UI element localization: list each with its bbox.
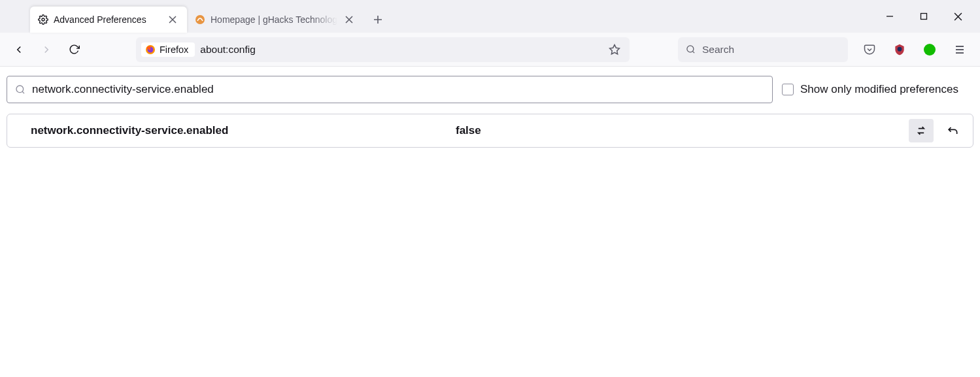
firefox-logo-icon [145, 44, 156, 55]
search-icon [686, 44, 696, 54]
bookmark-star-icon[interactable] [605, 44, 624, 56]
svg-marker-5 [610, 44, 620, 54]
reload-button[interactable] [61, 37, 86, 62]
pref-name: network.connectivity-service.enabled [31, 124, 456, 137]
search-icon [15, 84, 25, 95]
pref-value: false [456, 124, 909, 137]
extension-badge-icon[interactable] [888, 39, 911, 61]
svg-rect-2 [921, 14, 927, 20]
minimize-button[interactable] [881, 7, 899, 25]
pref-list: network.connectivity-service.enabled fal… [7, 114, 973, 148]
close-icon[interactable] [166, 13, 179, 26]
checkbox-label: Show only modified preferences [800, 83, 958, 96]
close-window-button[interactable] [949, 7, 967, 25]
about-config-content: Show only modified preferences network.c… [0, 67, 980, 157]
tab-advanced-preferences[interactable]: Advanced Preferences [30, 7, 187, 33]
identity-label: Firefox [160, 44, 188, 55]
profile-avatar-icon [924, 44, 936, 56]
url-text: about:config [200, 44, 600, 56]
pocket-button[interactable] [858, 39, 881, 61]
app-menu-button[interactable] [949, 39, 971, 61]
svg-point-7 [898, 46, 902, 51]
reset-button[interactable] [940, 119, 965, 142]
toggle-button[interactable] [909, 119, 934, 142]
new-tab-button[interactable] [367, 9, 388, 30]
pref-search-bar[interactable] [7, 76, 773, 103]
navigation-toolbar: Firefox about:config Search [0, 33, 980, 67]
profile-button[interactable] [919, 39, 941, 61]
search-placeholder: Search [702, 44, 734, 56]
back-button[interactable] [7, 37, 31, 62]
svg-point-6 [687, 46, 694, 52]
tab-title: Advanced Preferences [54, 14, 161, 25]
url-bar[interactable]: Firefox about:config [136, 37, 630, 62]
tab-bar: Advanced Preferences Homepage | gHacks T… [0, 0, 980, 33]
close-icon[interactable] [343, 13, 356, 26]
checkbox-icon[interactable] [782, 84, 794, 95]
tab-ghacks[interactable]: Homepage | gHacks Technolog [187, 7, 363, 33]
site-favicon-icon [195, 14, 205, 25]
tab-title: Homepage | gHacks Technolog [211, 14, 337, 25]
gear-icon [38, 14, 48, 25]
pref-row[interactable]: network.connectivity-service.enabled fal… [7, 114, 973, 147]
svg-point-0 [42, 18, 44, 21]
maximize-button[interactable] [915, 7, 933, 25]
svg-point-8 [16, 86, 24, 93]
pref-search-input[interactable] [32, 83, 764, 96]
site-identity[interactable]: Firefox [141, 42, 195, 57]
window-controls [881, 0, 975, 33]
svg-point-1 [195, 15, 205, 24]
search-box[interactable]: Search [678, 37, 848, 62]
show-modified-checkbox-wrapper[interactable]: Show only modified preferences [782, 83, 958, 96]
forward-button[interactable] [34, 37, 59, 62]
